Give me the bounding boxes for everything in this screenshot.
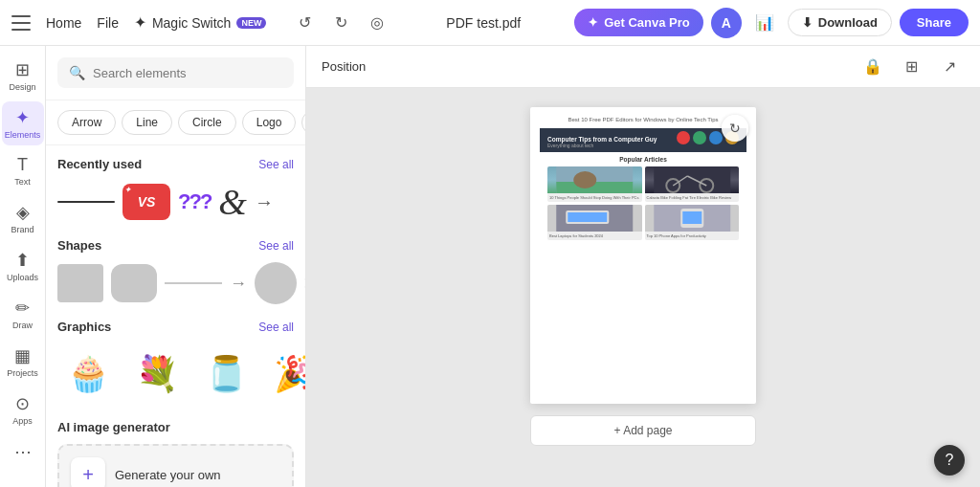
main-area: ⊞ Design ✦ Elements T Text ◈ Brand ⬆ Upl… <box>0 46 980 487</box>
shapes-see-all[interactable]: See all <box>258 239 294 253</box>
line-shape <box>57 201 115 203</box>
tag-heart[interactable]: Hea > <box>301 110 305 135</box>
share-button[interactable]: Share <box>900 9 969 36</box>
draw-icon: ✏ <box>15 298 30 319</box>
search-input[interactable] <box>93 66 282 80</box>
vs-badge: VS <box>122 184 170 220</box>
helper-button[interactable]: ? <box>934 445 965 476</box>
uploads-label: Uploads <box>7 273 38 282</box>
article-text-0: 10 Things People Should Stop Doing With … <box>547 193 642 202</box>
shape-rounded-rectangle[interactable] <box>111 264 157 302</box>
refresh-button[interactable]: ↻ <box>722 115 748 142</box>
article-card-0: 10 Things People Should Stop Doing With … <box>547 166 642 202</box>
more-icon: ⋯ <box>14 441 32 462</box>
recently-used-section: Recently used See all VS ??? & → <box>46 145 305 227</box>
shape-rectangle[interactable] <box>57 264 103 302</box>
recently-vs[interactable]: VS <box>122 184 170 220</box>
add-page-button[interactable]: + Add page <box>530 415 756 446</box>
file-nav[interactable]: File <box>97 15 119 31</box>
popular-title: Popular Articles <box>547 156 739 163</box>
sidebar-item-apps[interactable]: ⊙ Apps <box>2 387 44 432</box>
doc-preview-container: Best 10 Free PDF Editors for Windows by … <box>511 88 775 487</box>
canvas-toolbar: Position 🔒 ⊞ ↗ <box>306 46 980 88</box>
doc-page[interactable]: Best 10 Free PDF Editors for Windows by … <box>530 107 756 404</box>
shape-arrow-right[interactable]: → <box>230 274 247 294</box>
recently-used-see-all[interactable]: See all <box>258 158 294 171</box>
brand-label: Brand <box>11 225 33 234</box>
sidebar-item-draw[interactable]: ✏ Draw <box>2 292 44 336</box>
papaya-icon: 🫙 <box>205 354 248 394</box>
sidebar-item-brand[interactable]: ◈ Brand <box>2 196 44 240</box>
shapes-grid: → > <box>57 262 294 304</box>
ai-generate-label: Generate your own <box>115 468 221 482</box>
status-button[interactable]: ◎ <box>362 8 392 38</box>
get-canva-button[interactable]: ✦ Get Canva Pro <box>574 9 703 36</box>
download-label: Download <box>818 15 878 30</box>
projects-label: Projects <box>7 368 38 378</box>
sidebar-item-text[interactable]: T Text <box>2 149 44 192</box>
graphic-flowers[interactable]: 💐 <box>126 343 188 405</box>
share-canvas-icon[interactable]: ↗ <box>934 52 965 82</box>
tag-arrow[interactable]: Arrow <box>57 110 116 135</box>
doc-logo-1 <box>677 131 690 144</box>
download-button[interactable]: ⬇ Download <box>788 9 892 36</box>
graphic-papaya[interactable]: 🫙 <box>195 343 256 405</box>
elements-icon: ✦ <box>15 107 30 128</box>
recently-used-header: Recently used See all <box>57 157 294 171</box>
new-badge: NEW <box>236 17 266 29</box>
article-text-1: Calacta Bike Folding Fat Tire Electric B… <box>645 193 740 202</box>
sidebar-item-uploads[interactable]: ⬆ Uploads <box>2 244 44 288</box>
magic-switch-label: Magic Switch <box>152 15 231 31</box>
sidebar-item-more[interactable]: ⋯ <box>2 435 44 468</box>
menu-icon[interactable] <box>11 15 31 31</box>
recently-line[interactable] <box>57 201 115 203</box>
tag-logo[interactable]: Logo <box>242 110 297 135</box>
topbar-center: PDF test.pdf <box>400 15 567 31</box>
doc-page-wrapper: Best 10 Free PDF Editors for Windows by … <box>530 107 756 404</box>
tag-line[interactable]: Line <box>122 110 172 135</box>
ai-generate-button[interactable]: + Generate your own <box>57 444 294 487</box>
graphics-header: Graphics See all <box>57 320 294 334</box>
arrow-element: → <box>255 191 274 213</box>
ai-section: AI image generator + Generate your own <box>46 409 305 487</box>
sidebar-item-projects[interactable]: ▦ Projects <box>2 340 44 384</box>
graphic-celebration[interactable]: 🎉 <box>264 343 306 405</box>
article-card-2: Best Laptops for Students 2024 <box>547 205 642 240</box>
brand-icon: ◈ <box>16 202 30 223</box>
redo-button[interactable]: ↻ <box>325 8 356 38</box>
graphic-cupcake[interactable]: 🧁 <box>57 343 119 405</box>
sidebar-item-design[interactable]: ⊞ Design <box>2 54 44 98</box>
elements-label: Elements <box>5 130 41 140</box>
home-nav[interactable]: Home <box>46 15 81 31</box>
elements-panel: 🔍 Arrow Line Circle Logo Hea > Recently … <box>46 46 306 487</box>
shape-line-horizontal[interactable] <box>165 282 222 284</box>
graphics-see-all[interactable]: See all <box>258 321 294 334</box>
undo-button[interactable]: ↺ <box>289 8 320 38</box>
graphics-title: Graphics <box>57 320 111 334</box>
document-title: PDF test.pdf <box>446 15 521 31</box>
apps-label: Apps <box>12 416 33 426</box>
ampersand-element: & <box>218 181 247 223</box>
canvas-toolbar-icons: 🔒 ⊞ ↗ <box>858 52 965 82</box>
svg-rect-3 <box>654 166 730 193</box>
analytics-icon[interactable]: 📊 <box>749 8 780 38</box>
tag-circle[interactable]: Circle <box>178 110 236 135</box>
magic-switch-nav[interactable]: ✦ Magic Switch NEW <box>134 13 266 32</box>
recently-arrow[interactable]: → <box>255 191 274 213</box>
recently-grid: VS ??? & → <box>57 181 294 223</box>
circle-shape <box>255 262 297 304</box>
magic-icon: ✦ <box>134 13 146 32</box>
search-icon: 🔍 <box>69 65 85 80</box>
doc-header-bar: Computer Tips from a Computer Guy Everyt… <box>540 128 746 152</box>
recently-ampersand[interactable]: & <box>218 181 247 223</box>
avatar[interactable]: A <box>711 8 742 38</box>
recently-questions[interactable]: ??? <box>178 189 211 214</box>
uploads-icon: ⬆ <box>15 250 30 271</box>
article-img-3 <box>645 205 740 232</box>
sidebar-item-elements[interactable]: ✦ Elements <box>2 101 44 145</box>
sidebar-icons: ⊞ Design ✦ Elements T Text ◈ Brand ⬆ Upl… <box>0 46 46 487</box>
lock-icon[interactable]: 🔒 <box>858 52 888 82</box>
shape-circle[interactable] <box>255 262 297 304</box>
grid-icon[interactable]: ⊞ <box>896 52 926 82</box>
article-card-1: Calacta Bike Folding Fat Tire Electric B… <box>645 166 740 202</box>
